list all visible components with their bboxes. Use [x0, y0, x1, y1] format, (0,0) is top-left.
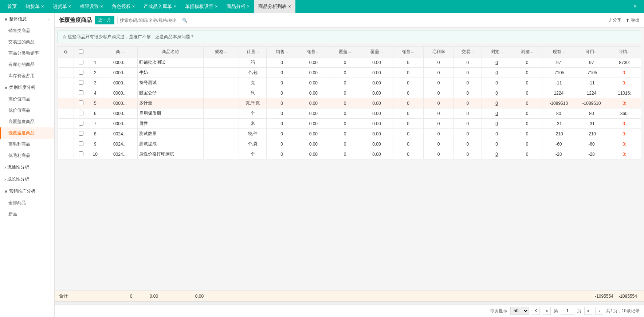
table-cell[interactable]	[74, 139, 88, 149]
table-cell[interactable]	[74, 78, 88, 88]
th-trade[interactable]: 交易...	[454, 47, 482, 58]
sidebar-section-growth[interactable]: › 成长性分析	[0, 173, 54, 185]
time-filter-button[interactable]: 近一月	[95, 16, 114, 24]
nav-analysis-list[interactable]: 商品分析列表 ×	[254, 0, 295, 13]
sidebar-item-new-goods[interactable]: 新品	[0, 209, 54, 220]
main-layout: ∨ 整体信息 « 销售类商品 交易过的商品 商品分类动销率 有库存的商品 库存资…	[0, 13, 644, 317]
sidebar-section-overall[interactable]: ∨ 整体信息 «	[0, 13, 54, 25]
table-cell: 0	[512, 129, 542, 139]
table-cell: 0	[512, 88, 542, 98]
page-number-input[interactable]	[561, 307, 574, 315]
table-cell: 0	[512, 108, 542, 119]
table-cell[interactable]: 0	[482, 119, 512, 129]
page-suffix: 页	[577, 308, 581, 314]
sidebar-section-category[interactable]: ∨ 类别维度分析	[0, 82, 54, 94]
table-cell	[203, 108, 239, 119]
th-name[interactable]: 商品名称	[138, 47, 204, 58]
table-cell[interactable]: 0	[482, 88, 512, 98]
table-cell: 0.00	[360, 78, 393, 88]
table-cell: 0.00	[297, 78, 330, 88]
sidebar-item-high-value[interactable]: 高价值商品	[0, 94, 54, 105]
table-cell[interactable]: 0	[482, 129, 512, 139]
sidebar-item-high-coverage[interactable]: 高覆盖度商品	[0, 116, 54, 127]
last-page-button[interactable]: ›	[595, 307, 603, 315]
sidebar-section-marketing[interactable]: ∨ 营销推广分析	[0, 185, 54, 197]
table-cell: 0	[330, 98, 360, 108]
sidebar-item-stock-capital[interactable]: 库存资金占用	[0, 70, 54, 82]
table-cell: -7105	[542, 68, 575, 78]
table-cell[interactable]	[74, 88, 88, 98]
table-cell: 0.00	[360, 108, 393, 119]
table-cell[interactable]	[74, 98, 88, 108]
table-cell[interactable]: 0	[482, 98, 512, 108]
share-button[interactable]: ⤴ 分享	[609, 17, 621, 23]
sidebar-item-low-profit[interactable]: 低毛利商品	[0, 150, 54, 161]
table-cell: 0000...	[102, 68, 138, 78]
table-cell: 0000...	[102, 58, 138, 68]
table-cell[interactable]: 0	[482, 78, 512, 88]
table-cell: 0	[393, 129, 423, 139]
th-sales-qty[interactable]: 销售...	[267, 47, 297, 58]
sidebar-item-sales-goods[interactable]: 销售类商品	[0, 25, 54, 36]
table-cell	[203, 129, 239, 139]
nav-product-in[interactable]: 产成品入库单 ×	[139, 0, 181, 13]
per-page-select[interactable]: 50 20 100	[510, 307, 529, 315]
table-cell[interactable]: 0	[482, 68, 512, 78]
table-cell[interactable]	[74, 129, 88, 139]
table-cell[interactable]: 0	[482, 139, 512, 149]
first-page-button[interactable]: K	[532, 307, 540, 315]
sidebar-item-all-goods[interactable]: 全部商品	[0, 197, 54, 209]
th-code[interactable]: 商...	[102, 47, 138, 58]
nav-sales[interactable]: 销货单 ×	[21, 0, 48, 13]
table-cell: 旺铺批次测试	[138, 58, 204, 68]
sidebar-item-low-value[interactable]: 低价值商品	[0, 105, 54, 116]
th-sales-days[interactable]: 销售...	[393, 47, 423, 58]
table-cell[interactable]: 0	[482, 58, 512, 68]
th-sales-amt[interactable]: 销售...	[297, 47, 330, 58]
th-coverage2[interactable]: 覆盖...	[360, 47, 393, 58]
collapse-sidebar-icon[interactable]: «	[48, 17, 50, 21]
table-cell[interactable]	[74, 149, 88, 159]
search-input[interactable]	[120, 18, 181, 23]
nav-home[interactable]: 首页	[3, 0, 21, 13]
sidebar-item-has-stock[interactable]: 有库存的商品	[0, 59, 54, 70]
sidebar-section-flow[interactable]: › 流通性分析	[0, 161, 54, 173]
th-spec[interactable]: 规格...	[203, 47, 239, 58]
nav-permission[interactable]: 权限设置 ×	[75, 0, 107, 13]
th-available-stock[interactable]: 可用...	[575, 47, 608, 58]
sidebar-item-low-coverage[interactable]: 低覆盖度商品	[0, 127, 54, 139]
table-cell: 80	[575, 108, 608, 119]
table-cell: 0000...	[102, 98, 138, 108]
next-page-button[interactable]: >	[584, 307, 592, 315]
th-coverage1[interactable]: 覆盖...	[330, 47, 360, 58]
footer-sales-amt: 0.00	[142, 294, 166, 299]
th-settings[interactable]: ⚙	[58, 47, 74, 58]
th-gross-rate[interactable]: 毛利率	[423, 47, 453, 58]
table-cell[interactable]: 0	[482, 108, 512, 119]
sidebar-item-goods-dynamic[interactable]: 商品分类动销率	[0, 48, 54, 59]
th-unit[interactable]: 计量...	[239, 47, 267, 58]
table-cell[interactable]	[74, 68, 88, 78]
table-cell: 牛奶	[138, 68, 204, 78]
th-current-stock[interactable]: 现有...	[542, 47, 575, 58]
horizontal-scrollbar[interactable]	[55, 301, 644, 304]
select-all-checkbox[interactable]	[79, 49, 83, 54]
nav-analysis[interactable]: 商品分析 ×	[222, 0, 254, 13]
export-button[interactable]: ⬆ 导出	[626, 17, 640, 23]
table-cell[interactable]	[74, 58, 88, 68]
nav-role[interactable]: 角色授权 ×	[107, 0, 140, 13]
th-browse2[interactable]: 浏览...	[512, 47, 542, 58]
table-cell[interactable]	[74, 119, 88, 129]
th-sellable[interactable]: 可销...	[608, 47, 641, 58]
nav-template[interactable]: 单据模板设置 ×	[181, 0, 222, 13]
window-close-button[interactable]: ×	[629, 3, 641, 10]
sidebar-item-high-profit[interactable]: 高毛利商品	[0, 139, 54, 150]
th-browse1[interactable]: 浏览...	[482, 47, 512, 58]
table-cell[interactable]	[74, 108, 88, 119]
th-checkbox[interactable]	[74, 47, 88, 58]
sidebar-item-traded-goods[interactable]: 交易过的商品	[0, 36, 54, 48]
nav-purchase[interactable]: 进货单 ×	[48, 0, 76, 13]
table-cell[interactable]: 0	[482, 149, 512, 159]
prev-page-button[interactable]: <	[543, 307, 551, 315]
table-container[interactable]: ⚙ 商... 商品名称 规格... 计量... 销售... 销售... 覆盖..…	[58, 46, 641, 290]
